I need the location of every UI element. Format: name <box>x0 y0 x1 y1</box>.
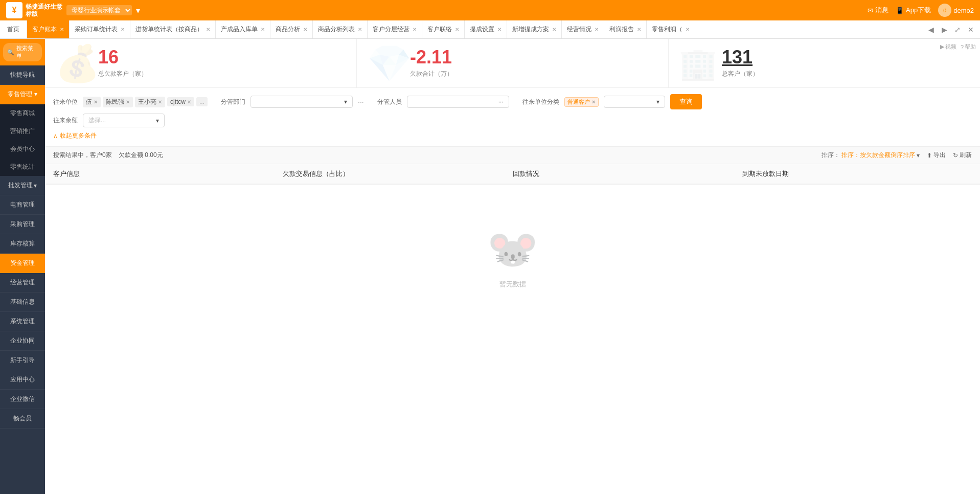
refresh-btn[interactable]: ↻ 刷新 <box>953 151 972 160</box>
tab-product-analysis-list[interactable]: 商品分析列表 ✕ <box>313 20 368 38</box>
play-icon: ▶ <box>940 43 944 50</box>
chevron-down-person: ··· <box>498 98 504 105</box>
chevron-up-icon: ∧ <box>53 132 58 140</box>
filter-person-select[interactable]: ··· <box>407 96 509 108</box>
tab-close-purchase-order-stat[interactable]: ✕ <box>121 27 125 32</box>
chevron-down-icon-wholesale: ▾ <box>34 182 37 189</box>
tab-home[interactable]: 首页 <box>0 20 27 38</box>
tab-boost-settings[interactable]: 提成设置 ✕ <box>465 20 507 38</box>
tab-stock-stat[interactable]: 进货单统计表（按商品） ✕ <box>130 20 216 38</box>
export-icon: ⬆ <box>927 152 932 159</box>
tab-close-customer-connect[interactable]: ✕ <box>455 27 459 32</box>
tab-purchase-order-stat[interactable]: 采购订单统计表 ✕ <box>70 20 130 38</box>
result-bar-right: 排序： 排序：按欠款金额倒序排序 ▾ ⬆ 导出 ↻ 刷新 <box>822 151 972 160</box>
tab-close-stock-stat[interactable]: ✕ <box>206 27 210 32</box>
tab-profit-report[interactable]: 利润报告 ✕ <box>604 20 647 38</box>
tab-expand-icon[interactable]: ⤢ <box>951 24 964 36</box>
stats-banner: 💰 16 总欠款客户（家） 💎 -2.11 欠款合计（万） ▶ <box>45 39 980 88</box>
chevron-down-icon: ▾ <box>34 91 37 98</box>
sidebar-search-box[interactable]: 🔍 搜索菜单 <box>3 43 42 61</box>
sidebar-item-retail-stat[interactable]: 零售统计 <box>0 158 45 176</box>
tab-product-analysis[interactable]: 商品分析 ✕ <box>270 20 313 38</box>
user-avatar-btn[interactable]: d demo2 <box>938 4 974 17</box>
collapse-btn[interactable]: ∧ 收起更多条件 <box>53 131 972 140</box>
tab-scroll-left[interactable]: ◀ <box>925 24 937 36</box>
account-dropdown-icon[interactable]: ▾ <box>136 6 140 15</box>
sidebar-item-ecommerce[interactable]: 电商管理 <box>0 195 45 215</box>
remove-tag-chen[interactable]: ✕ <box>126 99 130 105</box>
col-due-date: 到期未放款日期 <box>742 169 972 178</box>
stat-label-debt-amount: 欠款合计（万） <box>410 70 656 78</box>
main-layout: 🔍 搜索菜单 快捷导航 零售管理 ▾ 零售商城 营销推广 会员中心 零售统计 批… <box>0 39 980 494</box>
tab-new-boost-plan[interactable]: 新增提成方案 ✕ <box>507 20 562 38</box>
topbar: ¥ 畅捷通好生意 标版 母婴行业演示帐套 ▾ ✉ 消息 📱 App下载 d de… <box>0 0 980 20</box>
sidebar-item-app-center[interactable]: 应用中心 <box>0 370 45 390</box>
message-btn[interactable]: ✉ 消息 <box>868 6 888 15</box>
empty-state: 🐭 暂无数据 <box>45 185 980 330</box>
sidebar-item-retail-mall[interactable]: 零售商城 <box>0 104 45 122</box>
tab-product-stock-in[interactable]: 产成品入库单 ✕ <box>216 20 270 38</box>
remove-tag-normal-customer[interactable]: ✕ <box>591 99 596 105</box>
col-customer-info: 客户信息 <box>53 169 283 178</box>
filter-person-label: 分管人员 <box>377 98 402 106</box>
tab-close-new-boost-plan[interactable]: ✕ <box>552 27 556 32</box>
filter-tag-wang: 王小亮 ✕ <box>135 97 165 107</box>
remove-tag-wang[interactable]: ✕ <box>158 99 162 105</box>
tab-retail-profit[interactable]: 零售利润（ ✕ <box>647 20 695 38</box>
tab-customer-capital[interactable]: 客户账本 ✕ <box>27 20 70 38</box>
sidebar-item-basic-info[interactable]: 基础信息 <box>0 293 45 312</box>
tab-scroll-right[interactable]: ▶ <box>938 24 950 36</box>
tab-close-product-analysis-list[interactable]: ✕ <box>358 27 362 32</box>
sidebar-item-quick-nav[interactable]: 快捷导航 <box>0 65 45 85</box>
sidebar-item-operations[interactable]: 经营管理 <box>0 273 45 293</box>
app-download-btn[interactable]: 📱 App下载 <box>896 6 931 15</box>
query-button[interactable]: 查询 <box>670 94 702 109</box>
sidebar-item-inventory[interactable]: 库存核算 <box>0 234 45 254</box>
sidebar-item-premium-member[interactable]: 畅会员 <box>0 409 45 429</box>
filter-dept-select[interactable]: ▾ <box>250 96 353 108</box>
sidebar-item-retail[interactable]: 零售管理 ▾ <box>0 85 45 104</box>
phone-icon: 📱 <box>896 7 904 14</box>
filter-unit-category-select[interactable]: ▾ <box>604 96 665 108</box>
filter-tag-more[interactable]: ... <box>196 97 208 106</box>
tab-customer-connect[interactable]: 客户联络 ✕ <box>422 20 465 38</box>
tab-close-all-icon[interactable]: ✕ <box>965 24 977 36</box>
help-btn[interactable]: ? 帮助 <box>961 43 976 51</box>
tab-close-product-analysis[interactable]: ✕ <box>303 27 307 32</box>
avatar: d <box>938 4 951 17</box>
remove-tag-wu[interactable]: ✕ <box>94 99 98 105</box>
filter-balance-select[interactable]: 选择... ▾ <box>83 114 165 127</box>
tab-operation-status[interactable]: 经营情况 ✕ <box>562 20 604 38</box>
sidebar-item-purchase[interactable]: 采购管理 <box>0 215 45 234</box>
tab-close-product-stock-in[interactable]: ✕ <box>261 27 265 32</box>
sidebar-item-system[interactable]: 系统管理 <box>0 312 45 331</box>
tab-close-customer-tier[interactable]: ✕ <box>413 27 417 32</box>
chevron-down-unit-cat: ▾ <box>656 98 659 105</box>
dept-search-icon[interactable]: ··· <box>358 98 364 106</box>
sidebar-item-wholesale[interactable]: 批发管理▾ <box>0 176 45 195</box>
filter-tag-normal-customer: 普通客户 ✕ <box>564 97 599 107</box>
tab-close-retail-profit[interactable]: ✕ <box>686 27 690 32</box>
video-btn[interactable]: ▶ 视频 <box>940 43 956 51</box>
export-btn[interactable]: ⬆ 导出 <box>927 151 946 160</box>
tab-close-profit-report[interactable]: ✕ <box>637 27 641 32</box>
sidebar-item-guide[interactable]: 新手引导 <box>0 351 45 370</box>
tab-customer-tier[interactable]: 客户分层经营 ✕ <box>368 20 422 38</box>
sidebar-item-enterprise-coop[interactable]: 企业协同 <box>0 331 45 351</box>
sidebar: 🔍 搜索菜单 快捷导航 零售管理 ▾ 零售商城 营销推广 会员中心 零售统计 批… <box>0 39 45 494</box>
chevron-down-dept: ▾ <box>344 98 347 105</box>
sidebar-item-marketing[interactable]: 营销推广 <box>0 122 45 140</box>
tab-close-operation-status[interactable]: ✕ <box>595 27 599 32</box>
remove-tag-cjttcw[interactable]: ✕ <box>187 99 191 105</box>
sidebar-item-enterprise-wechat[interactable]: 企业微信 <box>0 390 45 409</box>
message-icon: ✉ <box>868 7 873 14</box>
sort-select[interactable]: 排序： 排序：按欠款金额倒序排序 ▾ <box>822 151 920 160</box>
demo-account-select[interactable]: 母婴行业演示帐套 <box>66 5 132 15</box>
tab-close-boost-settings[interactable]: ✕ <box>497 27 502 32</box>
result-summary: 搜索结果中，客户0家 欠款金额 0.00元 <box>53 151 163 160</box>
tab-close-customer-capital[interactable]: ✕ <box>60 27 64 32</box>
sidebar-retail-submenu: 零售商城 营销推广 会员中心 零售统计 <box>0 104 45 176</box>
empty-text: 暂无数据 <box>499 280 526 289</box>
sidebar-item-members[interactable]: 会员中心 <box>0 140 45 158</box>
sidebar-item-finance[interactable]: 资金管理 <box>0 254 45 273</box>
